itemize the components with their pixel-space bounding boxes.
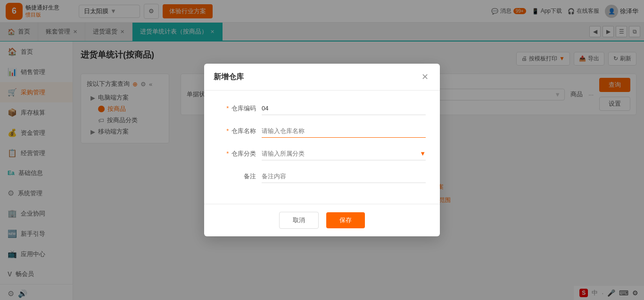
new-warehouse-dialog: 新增仓库 ✕ * 仓库编码 * 仓库名称 * 仓库分类 <box>204 64 440 236</box>
save-button[interactable]: 保存 <box>326 212 365 228</box>
dialog-body: * 仓库编码 * 仓库名称 * 仓库分类 ▼ <box>204 91 440 204</box>
form-row-name: * 仓库名称 <box>218 125 426 138</box>
category-input[interactable] <box>262 147 420 160</box>
dialog-close-button[interactable]: ✕ <box>419 71 430 83</box>
form-row-note: 备注 <box>218 170 426 183</box>
code-label: * 仓库编码 <box>218 104 256 113</box>
category-label: * 仓库分类 <box>218 150 256 158</box>
category-dropdown[interactable]: ▼ <box>262 147 426 160</box>
dialog-title: 新增仓库 <box>214 72 244 82</box>
note-label: 备注 <box>218 172 256 181</box>
dialog-footer: 取消 保存 <box>204 204 440 236</box>
required-star-name: * <box>226 127 229 134</box>
warehouse-code-input[interactable] <box>262 102 426 115</box>
required-star-code: * <box>226 105 229 112</box>
required-star-category: * <box>226 150 229 157</box>
dialog-header: 新增仓库 ✕ <box>204 64 440 91</box>
form-row-code: * 仓库编码 <box>218 102 426 115</box>
form-row-category: * 仓库分类 ▼ <box>218 147 426 160</box>
category-arrow-icon: ▼ <box>420 150 426 157</box>
note-input[interactable] <box>262 170 426 183</box>
name-label: * 仓库名称 <box>218 127 256 135</box>
cancel-button[interactable]: 取消 <box>279 212 319 229</box>
warehouse-name-input[interactable] <box>262 125 426 138</box>
